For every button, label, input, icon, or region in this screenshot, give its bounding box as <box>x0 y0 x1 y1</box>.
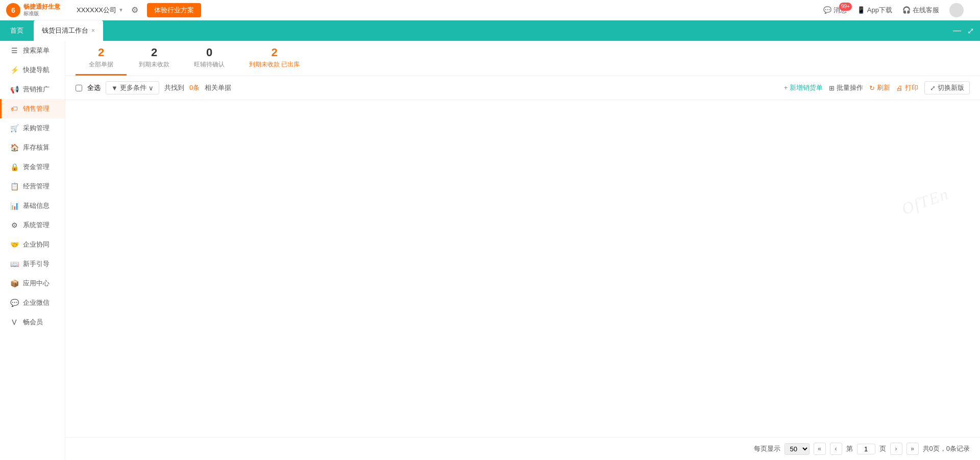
status-tab-overdue-out-label: 到期未收款 已出库 <box>249 60 300 69</box>
sidebar-item-member[interactable]: V 畅会员 <box>0 312 65 332</box>
settings-icon[interactable]: ⚙ <box>128 3 142 17</box>
page-size-label: 每页显示 <box>754 444 780 453</box>
sidebar-item-wechat[interactable]: 💬 企业微信 <box>0 293 65 312</box>
sidebar-item-operations[interactable]: 📋 经营管理 <box>0 177 65 196</box>
tab-bar: 首页 钱货日清工作台 × — ⤢ <box>0 20 980 41</box>
pagination: 每页显示 50 « ‹ 第 页 › » 共0页，0条记录 <box>65 437 980 460</box>
logo-main: 畅捷通好生意 <box>23 3 60 10</box>
select-all-checkbox[interactable] <box>76 85 82 91</box>
main-layout: ☰ 搜索菜单 ⚡ 快捷导航 📢 营销推广 🏷 销售管理 🛒 采购管理 🏠 库存核… <box>0 41 980 460</box>
logo-icon: 6 <box>6 3 20 17</box>
status-tab-overdue-out[interactable]: 2 到期未收款 已出库 <box>237 41 312 76</box>
sidebar-label-quick-nav: 快捷导航 <box>23 65 50 75</box>
current-page-input[interactable] <box>857 444 875 454</box>
avatar[interactable] <box>949 3 964 17</box>
trial-button[interactable]: 体验行业方案 <box>147 3 201 17</box>
toolbar-right: + 新增销货单 ⊞ 批量操作 ↻ 刷新 🖨 打印 ⤢ 切换新版 <box>784 81 970 94</box>
status-tab-overdue-label: 到期未收款 <box>139 60 169 69</box>
first-page-button[interactable]: « <box>814 443 826 455</box>
status-tab-all[interactable]: 2 全部单据 <box>76 41 127 76</box>
sidebar-item-app-center[interactable]: 📦 应用中心 <box>0 274 65 293</box>
filter-label: 更多条件 <box>120 83 146 92</box>
refresh-icon: ↻ <box>869 84 875 92</box>
finance-icon: 🔒 <box>10 163 19 171</box>
purchase-icon: 🛒 <box>10 124 19 132</box>
status-tab-all-label: 全部单据 <box>89 60 113 69</box>
status-tab-wangwang-count: 0 <box>206 46 212 59</box>
search-menu-icon: ☰ <box>10 46 19 55</box>
sidebar-label-operations: 经营管理 <box>23 182 50 191</box>
filter-arrow-icon: ∨ <box>149 84 154 92</box>
app-center-icon: 📦 <box>10 279 19 287</box>
sidebar-item-quick-nav[interactable]: ⚡ 快捷导航 <box>0 60 65 80</box>
quick-nav-icon: ⚡ <box>10 66 19 74</box>
status-tab-wangwang-label: 旺辅待确认 <box>194 60 225 69</box>
batch-icon: ⊞ <box>829 84 835 92</box>
basic-info-icon: 📊 <box>10 202 19 210</box>
tab-minimize-btn[interactable]: — <box>951 24 963 37</box>
content-area: 2 全部单据 2 到期未收款 0 旺辅待确认 2 到期未收款 已出库 全选 <box>65 41 980 460</box>
status-tab-overdue[interactable]: 2 到期未收款 <box>127 41 182 76</box>
member-icon: V <box>10 318 19 326</box>
sidebar-label-app-center: 应用中心 <box>23 279 50 288</box>
enterprise-icon: 🤝 <box>10 240 19 249</box>
status-tab-wangwang[interactable]: 0 旺辅待确认 <box>182 41 237 76</box>
sidebar-label-member: 畅会员 <box>23 318 43 327</box>
online-service-label: 在线客服 <box>913 6 939 15</box>
page-end-label: 页 <box>879 444 886 453</box>
online-service-icon: 🎧 <box>902 6 911 14</box>
operations-icon: 📋 <box>10 182 19 190</box>
batch-operations-button[interactable]: ⊞ 批量操作 <box>829 83 863 92</box>
sidebar-label-inventory: 库存核算 <box>23 143 50 152</box>
status-tab-overdue-count: 2 <box>151 46 157 59</box>
message-badge: 99+ <box>839 3 852 11</box>
online-service-item[interactable]: 🎧 在线客服 <box>902 6 939 15</box>
marketing-icon: 📢 <box>10 85 19 93</box>
company-select[interactable]: XXXXXX公司 ▼ <box>77 6 124 15</box>
sidebar-item-inventory[interactable]: 🏠 库存核算 <box>0 138 65 157</box>
print-label: 打印 <box>905 83 918 92</box>
switch-version-button[interactable]: ⤢ 切换新版 <box>924 81 970 94</box>
message-icon: 💬 <box>823 6 831 14</box>
sidebar-label-search-menu: 搜索菜单 <box>23 46 50 55</box>
filter-button[interactable]: ▼ 更多条件 ∨ <box>106 81 159 94</box>
tab-maximize-btn[interactable]: ⤢ <box>965 24 976 38</box>
table-area: OfTEn <box>65 100 980 437</box>
top-header: 6 畅捷通好生意 标准版 XXXXXX公司 ▼ ⚙ 体验行业方案 💬 消息 99… <box>0 0 980 20</box>
add-sales-order-button[interactable]: + 新增销货单 <box>784 83 823 92</box>
sidebar-label-system: 系统管理 <box>23 221 50 230</box>
message-item[interactable]: 💬 消息 99+ <box>823 6 847 15</box>
batch-label: 批量操作 <box>837 83 863 92</box>
sidebar-item-sales[interactable]: 🏷 销售管理 <box>0 99 65 118</box>
toolbar-left: 全选 ▼ 更多条件 ∨ 共找到 0条 相关单据 <box>76 81 231 94</box>
last-page-button[interactable]: » <box>906 443 919 455</box>
guide-icon: 📖 <box>10 260 19 268</box>
tab-close-icon[interactable]: × <box>91 27 95 34</box>
header-right: 💬 消息 99+ 📱 App下载 🎧 在线客服 <box>823 3 974 17</box>
prev-page-button[interactable]: ‹ <box>830 443 842 455</box>
sidebar-item-enterprise[interactable]: 🤝 企业协同 <box>0 235 65 254</box>
sidebar: ☰ 搜索菜单 ⚡ 快捷导航 📢 营销推广 🏷 销售管理 🛒 采购管理 🏠 库存核… <box>0 41 65 460</box>
sidebar-label-wechat: 企业微信 <box>23 298 50 307</box>
sidebar-item-finance[interactable]: 🔒 资金管理 <box>0 157 65 177</box>
app-download-item[interactable]: 📱 App下载 <box>857 6 892 15</box>
sidebar-item-system[interactable]: ⚙ 系统管理 <box>0 215 65 235</box>
refresh-button[interactable]: ↻ 刷新 <box>869 83 890 92</box>
sidebar-item-guide[interactable]: 📖 新手引导 <box>0 254 65 274</box>
tab-active[interactable]: 钱货日清工作台 × <box>34 20 103 41</box>
status-tab-all-count: 2 <box>98 46 104 59</box>
page-size-select[interactable]: 50 <box>785 443 810 455</box>
sidebar-label-basic-info: 基础信息 <box>23 201 50 210</box>
system-icon: ⚙ <box>10 221 19 229</box>
sidebar-item-marketing[interactable]: 📢 营销推广 <box>0 80 65 99</box>
print-button[interactable]: 🖨 打印 <box>896 83 918 92</box>
sidebar-item-basic-info[interactable]: 📊 基础信息 <box>0 196 65 215</box>
tab-home[interactable]: 首页 <box>0 20 34 41</box>
sidebar-item-purchase[interactable]: 🛒 采购管理 <box>0 118 65 138</box>
company-name: XXXXXX公司 <box>77 6 116 15</box>
sidebar-label-purchase: 采购管理 <box>23 124 50 133</box>
sidebar-item-search-menu[interactable]: ☰ 搜索菜单 <box>0 41 65 60</box>
status-tab-overdue-out-count: 2 <box>272 46 278 59</box>
app-download-label: App下载 <box>867 6 892 15</box>
next-page-button[interactable]: › <box>890 443 902 455</box>
